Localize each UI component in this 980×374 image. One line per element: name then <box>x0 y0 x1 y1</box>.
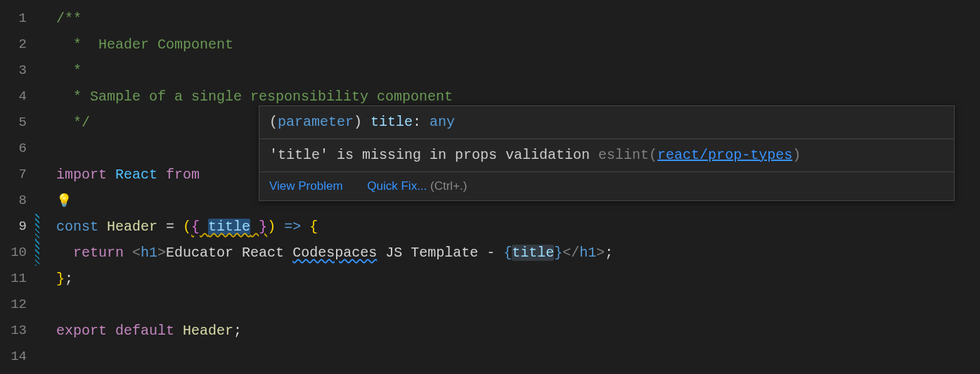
identifier-token: title <box>512 245 554 261</box>
operator-token: = <box>157 219 183 235</box>
brace-token: } <box>250 219 267 235</box>
line-number: 5 <box>0 110 35 136</box>
paren-token: ( <box>183 219 191 235</box>
tag-name-token: h1 <box>141 245 157 261</box>
jsx-brace-token: } <box>554 245 562 261</box>
arrow-token: => <box>276 219 309 235</box>
eslint-rule-link[interactable]: react/prop-types <box>657 147 792 163</box>
brace-token: } <box>56 271 65 287</box>
line-number: 13 <box>0 318 35 344</box>
punct-token: ; <box>605 245 613 261</box>
comment-token: * Header Component <box>65 37 233 53</box>
jsx-text-token: JS Template - <box>377 245 503 261</box>
tag-bracket-token: < <box>132 245 141 261</box>
code-line[interactable] <box>56 344 980 370</box>
line-number: 9 <box>0 214 35 240</box>
code-line[interactable]: const Header = ({ title }) => { <box>56 214 980 240</box>
hover-diagnostic: 'title' is missing in props validation e… <box>259 139 954 172</box>
line-number: 6 <box>0 136 35 162</box>
code-line[interactable]: return <h1>Educator React Codespaces JS … <box>56 240 980 266</box>
comment-token: */ <box>65 115 90 131</box>
line-number: 14 <box>0 344 35 370</box>
tag-bracket-token: > <box>157 245 166 261</box>
keyword-token: default <box>115 323 174 339</box>
code-line[interactable]: * Header Component <box>56 32 980 58</box>
function-name-token: Header <box>107 219 157 235</box>
code-line[interactable] <box>56 292 980 318</box>
comment-token: * <box>65 63 82 79</box>
tag-bracket-token: </ <box>562 245 579 261</box>
code-line[interactable]: /** <box>56 6 980 32</box>
line-number: 12 <box>0 292 35 318</box>
keyword-token: const <box>56 219 98 235</box>
identifier-token: Header <box>183 323 233 339</box>
comment-token: * Sample of a single responsibility comp… <box>65 89 453 105</box>
code-line[interactable]: * <box>56 58 980 84</box>
jsx-text-token: Codespaces <box>292 245 377 261</box>
hover-tooltip[interactable]: (parameter) title: any 'title' is missin… <box>259 105 955 201</box>
lightbulb-icon[interactable]: 💡 <box>56 188 72 214</box>
jsx-brace-token: { <box>503 245 512 261</box>
code-line[interactable]: export default Header; <box>56 318 980 344</box>
keyword-token: return <box>73 245 124 261</box>
line-number-gutter: 1 2 3 4 5 6 7 8 9 10 11 12 13 14 <box>0 0 35 374</box>
jsx-text-token: Educator React <box>166 245 292 261</box>
line-number: 10 <box>0 240 35 266</box>
quick-fix-action[interactable]: Quick Fix... (Ctrl+.) <box>367 179 467 193</box>
hover-signature: (parameter) title: any <box>259 106 954 139</box>
punct-token: ; <box>233 323 242 339</box>
line-number: 7 <box>0 162 35 188</box>
identifier-token: React <box>115 167 157 183</box>
keyword-token: import <box>56 167 107 183</box>
line-number: 11 <box>0 266 35 292</box>
paren-token: ) <box>267 219 276 235</box>
line-number: 3 <box>0 58 35 84</box>
line-number: 1 <box>0 6 35 32</box>
hover-actions: View Problem Quick Fix... (Ctrl+.) <box>259 172 954 200</box>
line-number: 2 <box>0 32 35 58</box>
line-number: 8 <box>0 188 35 214</box>
keyword-token: from <box>166 167 200 183</box>
brace-token: { <box>309 219 318 235</box>
view-problem-action[interactable]: View Problem <box>269 179 343 193</box>
punct-token: ; <box>65 271 73 287</box>
comment-token: /** <box>56 11 82 27</box>
line-number: 4 <box>0 84 35 110</box>
brace-token: { <box>191 219 208 235</box>
code-editor[interactable]: 1 2 3 4 5 6 7 8 9 10 11 12 13 14 /** * H… <box>0 0 980 374</box>
parameter-token: title <box>208 219 250 235</box>
code-line[interactable]: }; <box>56 266 980 292</box>
keyword-token: export <box>56 323 107 339</box>
tag-name-token: h1 <box>579 245 596 261</box>
tag-bracket-token: > <box>596 245 605 261</box>
